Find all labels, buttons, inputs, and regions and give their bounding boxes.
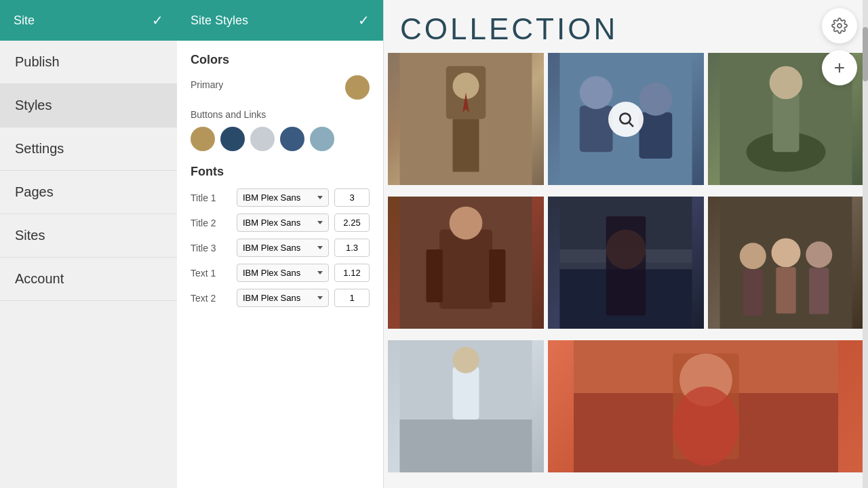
swatch-light-blue[interactable]	[310, 127, 334, 151]
sidebar-item-styles[interactable]: Styles	[0, 84, 177, 127]
sidebar-item-pages[interactable]: Pages	[0, 171, 177, 214]
svg-rect-26	[606, 216, 646, 315]
gear-icon	[831, 18, 848, 34]
photo-placeholder-1	[388, 53, 544, 185]
font-size-text1[interactable]	[334, 264, 370, 282]
font-select-title1[interactable]: IBM Plex SansRobotoOpen SansLatoMontserr…	[237, 188, 329, 207]
font-select-text1[interactable]: IBM Plex SansRobotoOpen SansLatoMontserr…	[237, 264, 329, 282]
add-button[interactable]: +	[822, 50, 857, 85]
sidebar-item-publish[interactable]: Publish	[0, 41, 177, 84]
styles-body: Colors Primary Buttons and Links Fonts T…	[177, 41, 383, 326]
svg-point-28	[740, 243, 766, 269]
primary-label: Primary	[191, 79, 223, 90]
main-content: + COLLECTION	[384, 0, 868, 488]
photo-cell-7	[388, 340, 544, 472]
font-row-title2: Title 2IBM Plex SansRobotoOpen SansLatoM…	[191, 214, 370, 232]
svg-rect-29	[743, 269, 763, 315]
svg-point-19	[450, 207, 483, 240]
svg-rect-7	[580, 106, 613, 152]
svg-point-0	[837, 24, 842, 28]
font-label-text1: Text 1	[191, 268, 231, 279]
swatch-dark-blue[interactable]	[220, 127, 245, 151]
primary-color-row: Primary	[191, 75, 370, 100]
svg-rect-18	[439, 230, 492, 309]
sidebar-check-icon[interactable]: ✓	[152, 12, 163, 28]
svg-rect-35	[400, 420, 532, 472]
font-label-title1: Title 1	[191, 192, 231, 203]
svg-point-42	[673, 386, 739, 466]
svg-rect-15	[773, 93, 800, 152]
svg-rect-36	[453, 367, 479, 420]
styles-panel: Site Styles ✓ Colors Primary Buttons and…	[177, 0, 384, 488]
svg-point-37	[453, 347, 479, 373]
scrollbar-track	[863, 0, 868, 488]
photo-cell-6	[708, 197, 864, 329]
svg-point-30	[772, 238, 801, 267]
photo-cell-4	[388, 197, 544, 329]
font-label-title2: Title 2	[191, 218, 231, 228]
styles-panel-title: Site Styles	[191, 14, 248, 28]
swatch-gold[interactable]	[191, 127, 215, 151]
svg-point-16	[770, 66, 803, 100]
svg-point-10	[639, 83, 673, 116]
sidebar-header: Site ✓	[0, 0, 177, 41]
photo-placeholder-8	[548, 340, 864, 472]
sidebar-title: Site	[14, 14, 35, 28]
font-size-title2[interactable]	[334, 214, 370, 232]
svg-rect-33	[809, 268, 829, 314]
fonts-section-title: Fonts	[191, 165, 370, 179]
search-overlay[interactable]	[608, 102, 644, 137]
sidebar-item-account[interactable]: Account	[0, 258, 177, 301]
collection-title: COLLECTION	[384, 0, 868, 53]
photo-placeholder-4	[388, 197, 544, 329]
font-size-title3[interactable]	[334, 239, 370, 257]
font-select-title3[interactable]: IBM Plex SansRobotoOpen SansLatoMontserr…	[237, 239, 329, 257]
plus-icon: +	[834, 58, 845, 77]
svg-rect-3	[453, 119, 479, 172]
colors-section-title: Colors	[191, 53, 370, 67]
svg-line-12	[629, 122, 633, 126]
font-size-text2[interactable]	[334, 289, 370, 307]
styles-panel-header: Site Styles ✓	[177, 0, 383, 41]
swatch-mid-blue[interactable]	[280, 127, 304, 151]
svg-rect-20	[427, 249, 443, 302]
photo-placeholder-5	[548, 197, 704, 329]
font-row-text2: Text 2IBM Plex SansRobotoOpen SansLatoMo…	[191, 289, 370, 307]
font-row-text1: Text 1IBM Plex SansRobotoOpen SansLatoMo…	[191, 264, 370, 282]
swatch-light-gray[interactable]	[250, 127, 275, 151]
sidebar: Site ✓ Publish Styles Settings Pages Sit…	[0, 0, 177, 488]
styles-panel-check-icon[interactable]: ✓	[358, 12, 370, 28]
font-row-title3: Title 3IBM Plex SansRobotoOpen SansLatoM…	[191, 239, 370, 257]
font-select-text2[interactable]: IBM Plex SansRobotoOpen SansLatoMontserr…	[237, 289, 329, 307]
settings-button[interactable]	[822, 8, 857, 43]
photo-placeholder-7	[388, 340, 544, 472]
buttons-links-label: Buttons and Links	[191, 109, 370, 120]
primary-color-swatch[interactable]	[345, 75, 370, 100]
svg-point-32	[806, 241, 832, 268]
svg-rect-21	[489, 249, 505, 302]
sidebar-item-settings[interactable]: Settings	[0, 127, 177, 171]
photo-placeholder-6	[708, 197, 864, 329]
search-icon	[617, 110, 635, 128]
svg-point-8	[580, 76, 613, 109]
color-swatches	[191, 127, 370, 151]
font-label-text2: Text 2	[191, 293, 231, 304]
photo-cell-2[interactable]	[548, 53, 704, 185]
font-label-title3: Title 3	[191, 243, 231, 253]
photo-grid	[384, 53, 868, 480]
svg-rect-31	[776, 267, 795, 313]
sidebar-item-sites[interactable]: Sites	[0, 214, 177, 258]
photo-cell-8	[548, 340, 864, 472]
font-select-title2[interactable]: IBM Plex SansRobotoOpen SansLatoMontserr…	[237, 214, 329, 232]
photo-cell-5	[548, 197, 704, 329]
scrollbar-thumb[interactable]	[863, 27, 868, 81]
right-actions: +	[822, 8, 857, 85]
photo-cell-1	[388, 53, 544, 185]
svg-rect-9	[639, 113, 673, 159]
font-row-title1: Title 1IBM Plex SansRobotoOpen SansLatoM…	[191, 188, 370, 207]
svg-point-11	[620, 113, 630, 123]
font-rows-container: Title 1IBM Plex SansRobotoOpen SansLatoM…	[191, 188, 370, 307]
font-size-title1[interactable]	[334, 188, 370, 207]
